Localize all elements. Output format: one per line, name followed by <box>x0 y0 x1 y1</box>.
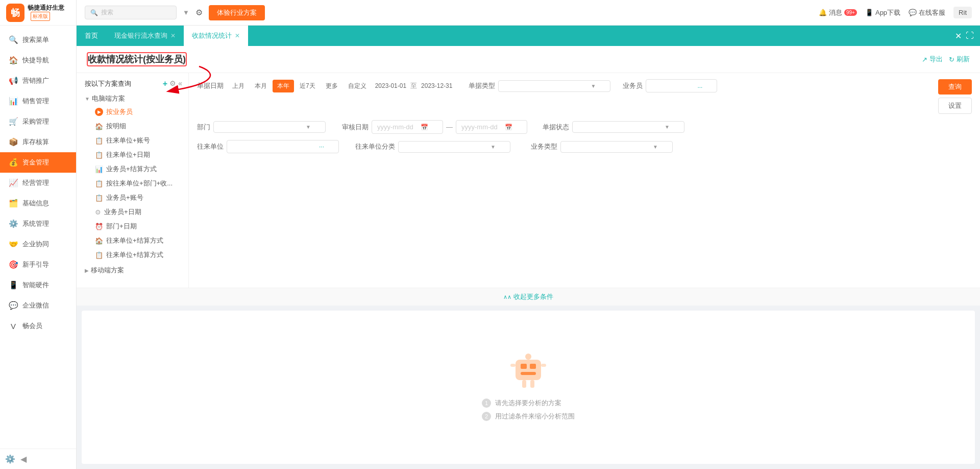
scheme-collapse-btn[interactable]: « <box>178 79 182 88</box>
tab-home[interactable]: 首页 <box>77 26 106 46</box>
date-tab-this-year[interactable]: 本年 <box>273 80 294 92</box>
notification-btn[interactable]: 🔔 消息 99+ <box>819 8 857 17</box>
scheme-item-dept-date-icon: ⏰ <box>95 223 103 230</box>
sidebar: 畅 畅捷通好生意 标准版 🔍 搜索菜单 🏠 快捷导航 📢 营销推广 📊 销售管理… <box>0 0 77 469</box>
tab-receipt-close[interactable]: ✕ <box>235 32 240 39</box>
scheme-group-mobile: ▶ 移动端方案 <box>85 264 182 276</box>
scheme-item-detail[interactable]: 🏠 按明细 <box>85 119 182 133</box>
tab-bank-close[interactable]: ✕ <box>170 32 176 39</box>
sidebar-item-search[interactable]: 🔍 搜索菜单 <box>0 30 76 50</box>
counterpart-category-select[interactable]: ▼ <box>398 141 510 153</box>
sidebar-item-inventory[interactable]: 📦 库存核算 <box>0 132 76 152</box>
scheme-item-unit-settle1-label: 往来单位+结算方式 <box>106 236 163 245</box>
scheme-item-unit-settle2-icon: 📋 <box>95 251 103 259</box>
date-tab-more[interactable]: 更多 <box>321 80 342 92</box>
topbar-search[interactable]: 🔍 搜索 <box>85 6 177 19</box>
sidebar-item-operation[interactable]: 📈 经营管理 <box>0 173 76 193</box>
filter-row-2: 部门 ▼ 审核日期 yyyy-mm-dd 📅 <box>197 120 972 134</box>
group-mobile-label: 移动端方案 <box>91 266 124 275</box>
app-download-btn[interactable]: 📱 App下载 <box>865 8 900 17</box>
business-type-select[interactable]: ▼ <box>560 141 673 153</box>
export-btn[interactable]: ↗ 导出 <box>922 55 943 64</box>
sidebar-item-purchase[interactable]: 🛒 采购管理 <box>0 111 76 132</box>
step-2-text: 用过滤条件来缩小分析范围 <box>495 412 575 421</box>
calendar-to-icon: 📅 <box>505 124 512 131</box>
scheme-item-unit-settle2[interactable]: 📋 往来单位+结算方式 <box>85 248 182 262</box>
edition-badge: 标准版 <box>31 12 50 21</box>
sidebar-item-marketing[interactable]: 📢 营销推广 <box>0 71 76 91</box>
scheme-item-salesman-label: 按业务员 <box>106 107 133 116</box>
date-tab-this-month[interactable]: 本月 <box>250 80 272 92</box>
collapse-bar[interactable]: ∧∧ 收起更多条件 <box>77 288 980 306</box>
scheme-item-unit-settle2-label: 往来单位+结算方式 <box>106 250 163 260</box>
audit-date-group: 审核日期 yyyy-mm-dd 📅 — yyyy-mm-dd 📅 <box>342 120 684 134</box>
bottom-settings-icon[interactable]: ⚙️ <box>5 454 15 464</box>
trial-btn[interactable]: 体验行业方案 <box>209 5 265 20</box>
bottom-collapse-icon[interactable]: ◀ <box>20 454 27 464</box>
scheme-item-unit-settle1[interactable]: 🏠 往来单位+结算方式 <box>85 233 182 248</box>
topbar-dropdown-icon[interactable]: ▼ <box>183 9 189 16</box>
sidebar-item-finance[interactable]: 💰 资金管理 <box>0 152 76 173</box>
audit-date-from-input[interactable]: yyyy-mm-dd 📅 <box>372 120 443 134</box>
salesman-more-btn[interactable]: ... <box>697 82 702 89</box>
scheme-item-salesman-account-label: 业务员+账号 <box>106 193 143 202</box>
scheme-item-unit-dept[interactable]: 📋 按往来单位+部门+收... <box>85 176 182 191</box>
maximize-icon[interactable]: ⛶ <box>966 31 974 40</box>
filter-row-1: 单据日期 上月 本月 本年 近7天 更多 自定义 2023-01-01 至 <box>197 79 972 114</box>
scheme-item-unit-account[interactable]: 📋 往来单位+账号 <box>85 133 182 148</box>
sidebar-item-hardware[interactable]: 📱 智能硬件 <box>0 275 76 295</box>
salesman-select[interactable]: ... <box>646 79 717 92</box>
sidebar-item-sales[interactable]: 📊 销售管理 <box>0 91 76 111</box>
sidebar-item-basic[interactable]: 🗂️ 基础信息 <box>0 193 76 214</box>
scheme-item-salesman-account[interactable]: 📋 业务员+账号 <box>85 191 182 205</box>
date-tab-last-month[interactable]: 上月 <box>228 80 249 92</box>
tabbar-right: ✕ ⛶ <box>949 26 980 46</box>
doc-status-select[interactable]: ▼ <box>572 121 684 133</box>
topbar-settings-icon[interactable]: ⚙ <box>195 8 203 17</box>
sidebar-item-member[interactable]: V 畅会员 <box>0 316 76 336</box>
scheme-settings-btn[interactable]: ⚙ <box>169 79 176 88</box>
counterpart-select[interactable]: ··· <box>227 140 339 153</box>
refresh-btn[interactable]: ↻ 刷新 <box>949 55 970 64</box>
counterpart-more-btn[interactable]: ··· <box>319 143 324 150</box>
scheme-item-dept-date[interactable]: ⏰ 部门+日期 <box>85 219 182 233</box>
step-1-num: 1 <box>482 398 491 408</box>
sidebar-item-quick-nav[interactable]: 🏠 快捷导航 <box>0 50 76 71</box>
nav-icon-system: ⚙️ <box>8 219 18 229</box>
audit-date-separator: — <box>446 123 453 131</box>
audit-date-from-value: yyyy-mm-dd <box>377 123 413 131</box>
scheme-group-mobile-header[interactable]: ▶ 移动端方案 <box>85 264 182 276</box>
scheme-group-pc-header[interactable]: ▼ 电脑端方案 <box>85 92 182 105</box>
user-avatar[interactable]: Rit <box>953 7 972 18</box>
tab-receipt[interactable]: 收款情况统计 ✕ <box>184 26 248 46</box>
online-service-btn[interactable]: 💬 在线客服 <box>909 8 945 17</box>
scheme-item-unit-date-icon: 📋 <box>95 151 103 159</box>
date-tab-last7[interactable]: 近7天 <box>295 80 320 92</box>
audit-date-to-input[interactable]: yyyy-mm-dd 📅 <box>456 120 527 134</box>
scheme-item-unit-account-label: 往来单位+账号 <box>106 136 150 145</box>
dept-select[interactable]: ▼ <box>213 121 326 133</box>
sidebar-item-system[interactable]: ⚙️ 系统管理 <box>0 214 76 234</box>
close-all-icon[interactable]: ✕ <box>955 31 962 41</box>
scheme-add-btn[interactable]: + <box>163 79 167 88</box>
scheme-item-salesman-settle[interactable]: 📊 业务员+结算方式 <box>85 162 182 176</box>
nav-label-inventory: 库存核算 <box>22 137 49 147</box>
sidebar-item-wechat[interactable]: 💬 企业微信 <box>0 295 76 316</box>
date-tab-custom[interactable]: 自定义 <box>344 80 371 92</box>
sidebar-item-enterprise[interactable]: 🤝 企业协同 <box>0 234 76 254</box>
nav-label-hardware: 智能硬件 <box>22 280 49 290</box>
svg-rect-3 <box>521 372 536 375</box>
doc-type-label: 单据类型 <box>469 81 495 90</box>
scheme-item-salesman-date[interactable]: ⚙ 业务员+日期 <box>85 205 182 219</box>
sidebar-item-guide[interactable]: 🎯 新手引导 <box>0 254 76 275</box>
scheme-item-salesman[interactable]: ▶ 按业务员 <box>85 105 182 119</box>
sidebar-nav: 🔍 搜索菜单 🏠 快捷导航 📢 营销推广 📊 销售管理 🛒 采购管理 📦 库存核… <box>0 26 76 449</box>
doc-type-select[interactable]: ▼ <box>498 80 610 92</box>
sidebar-bottom: ⚙️ ◀ <box>0 449 76 469</box>
query-btn[interactable]: 查询 <box>938 79 972 95</box>
nav-label-purchase: 采购管理 <box>22 117 49 126</box>
business-type-label: 业务类型 <box>531 142 557 151</box>
scheme-item-unit-date[interactable]: 📋 往来单位+日期 <box>85 148 182 162</box>
settings-btn[interactable]: 设置 <box>938 98 972 114</box>
tab-bank[interactable]: 现金银行流水查询 ✕ <box>106 26 184 46</box>
